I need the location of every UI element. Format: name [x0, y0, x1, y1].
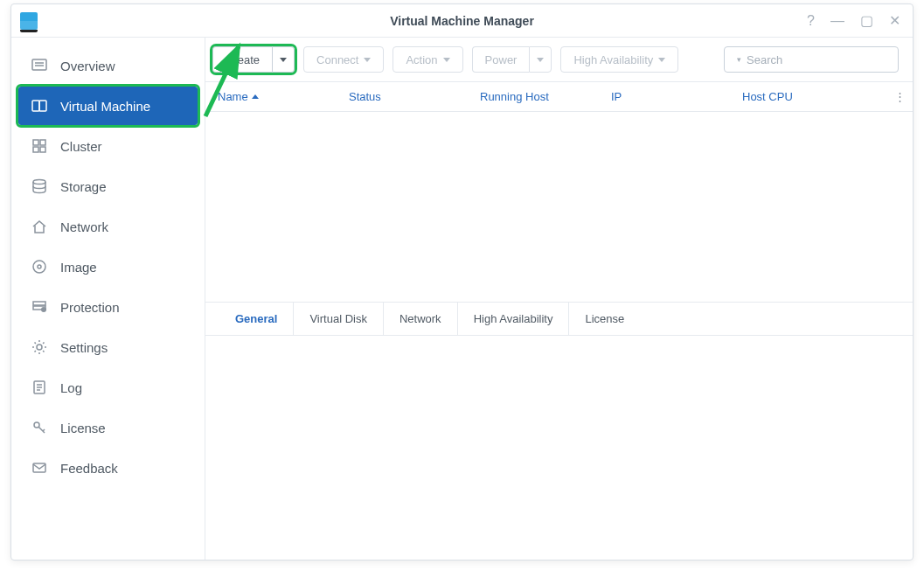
- help-icon[interactable]: ?: [807, 14, 815, 28]
- ha-button-label: High Availability: [573, 53, 653, 66]
- column-options-button[interactable]: ⋮: [886, 90, 913, 103]
- svg-rect-6: [40, 140, 45, 145]
- power-button-label: Power: [485, 53, 518, 66]
- cluster-icon: [31, 137, 48, 155]
- sidebar-item-network[interactable]: Network: [18, 207, 198, 246]
- vm-icon: [31, 97, 48, 115]
- sidebar-item-settings[interactable]: Settings: [18, 328, 198, 366]
- column-ip[interactable]: IP: [599, 90, 730, 103]
- svg-point-10: [33, 261, 45, 273]
- column-running-host[interactable]: Running Host: [468, 90, 599, 103]
- search-input[interactable]: [747, 53, 893, 66]
- log-icon: [31, 379, 48, 396]
- sort-asc-icon: [252, 94, 259, 99]
- sidebar-item-label: Protection: [60, 300, 120, 315]
- overview-icon: [31, 57, 48, 74]
- svg-point-9: [33, 180, 45, 185]
- table-body: [205, 112, 913, 303]
- sidebar-item-cluster[interactable]: Cluster: [18, 127, 198, 165]
- sidebar-item-image[interactable]: Image: [18, 247, 198, 286]
- toolbar: Create Connect Action Power High Availab…: [205, 38, 913, 82]
- column-status[interactable]: Status: [337, 90, 468, 103]
- sidebar-item-label: License: [60, 421, 106, 435]
- tab-network[interactable]: Network: [384, 303, 458, 335]
- detail-tabs: General Virtual Disk Network High Availa…: [205, 303, 913, 336]
- sidebar-item-label: Log: [60, 380, 82, 395]
- svg-rect-7: [33, 147, 38, 152]
- search-box[interactable]: ▾: [724, 46, 899, 73]
- titlebar: Virtual Machine Manager ? — ▢ ✕: [11, 4, 913, 38]
- svg-rect-3: [32, 101, 39, 111]
- sidebar-item-overview[interactable]: Overview: [18, 46, 198, 85]
- column-name[interactable]: Name: [205, 90, 337, 103]
- chevron-down-icon: [280, 58, 287, 62]
- sidebar-item-log[interactable]: Log: [18, 368, 198, 407]
- svg-point-11: [38, 265, 41, 268]
- app-window: Virtual Machine Manager ? — ▢ ✕ Overview…: [10, 3, 914, 561]
- chevron-down-icon: [443, 58, 450, 62]
- tab-high-availability[interactable]: High Availability: [458, 303, 570, 335]
- svg-rect-4: [39, 101, 46, 111]
- sidebar-item-label: Network: [60, 219, 108, 234]
- create-dropdown-button[interactable]: [272, 46, 295, 73]
- sidebar-item-virtual-machine[interactable]: Virtual Machine: [18, 87, 198, 125]
- connect-button-label: Connect: [316, 53, 358, 66]
- feedback-icon: [31, 459, 48, 477]
- svg-rect-12: [33, 302, 45, 305]
- column-host-cpu[interactable]: Host CPU: [730, 90, 886, 103]
- svg-rect-5: [33, 140, 38, 145]
- svg-rect-0: [32, 59, 46, 70]
- tab-license[interactable]: License: [569, 303, 640, 335]
- create-button-group: Create: [212, 46, 295, 73]
- protection-icon: [31, 298, 48, 316]
- sidebar-item-label: Storage: [60, 179, 107, 194]
- minimize-icon[interactable]: —: [830, 14, 844, 28]
- sidebar-item-feedback[interactable]: Feedback: [18, 449, 198, 487]
- sidebar-item-label: Image: [60, 260, 97, 275]
- network-icon: [31, 218, 48, 235]
- key-icon: [31, 419, 48, 436]
- chevron-down-icon: [537, 58, 544, 62]
- image-icon: [31, 258, 48, 275]
- detail-pane: [205, 336, 913, 560]
- chevron-down-icon: [364, 58, 371, 62]
- main-pane: Create Connect Action Power High Availab…: [205, 38, 913, 560]
- tab-general[interactable]: General: [219, 303, 294, 335]
- sidebar: Overview Virtual Machine Cluster Storage: [11, 38, 205, 560]
- close-icon[interactable]: ✕: [889, 14, 900, 28]
- svg-point-14: [41, 307, 46, 312]
- window-controls: ? — ▢ ✕: [807, 14, 913, 28]
- window-title: Virtual Machine Manager: [11, 14, 913, 28]
- sidebar-item-label: Cluster: [60, 139, 102, 154]
- sidebar-item-protection[interactable]: Protection: [18, 288, 198, 326]
- sidebar-item-license[interactable]: License: [18, 408, 198, 447]
- body: Overview Virtual Machine Cluster Storage: [11, 38, 913, 560]
- storage-icon: [31, 178, 48, 195]
- app-icon: [20, 12, 38, 30]
- connect-button[interactable]: Connect: [303, 46, 384, 73]
- tab-virtual-disk[interactable]: Virtual Disk: [294, 303, 384, 335]
- sidebar-item-label: Overview: [60, 59, 115, 73]
- action-button-label: Action: [406, 53, 437, 66]
- sidebar-item-label: Settings: [60, 340, 108, 355]
- create-button[interactable]: Create: [212, 46, 272, 73]
- ha-button[interactable]: High Availability: [560, 46, 678, 73]
- power-button[interactable]: Power: [472, 46, 530, 73]
- maximize-icon[interactable]: ▢: [860, 14, 873, 28]
- action-button[interactable]: Action: [393, 46, 462, 73]
- chevron-down-icon: [658, 58, 665, 62]
- create-button-label: Create: [226, 53, 260, 66]
- svg-point-15: [37, 345, 42, 350]
- table-header: Name Status Running Host IP Host CPU ⋮: [205, 82, 913, 112]
- power-button-group: Power: [472, 46, 552, 73]
- svg-rect-21: [33, 463, 45, 472]
- power-dropdown-button[interactable]: [529, 46, 552, 73]
- gear-icon: [31, 338, 48, 356]
- search-menu-caret-icon[interactable]: ▾: [737, 55, 741, 64]
- sidebar-item-storage[interactable]: Storage: [18, 167, 198, 205]
- sidebar-item-label: Virtual Machine: [60, 99, 150, 114]
- sidebar-item-label: Feedback: [60, 461, 118, 476]
- svg-rect-8: [40, 147, 45, 152]
